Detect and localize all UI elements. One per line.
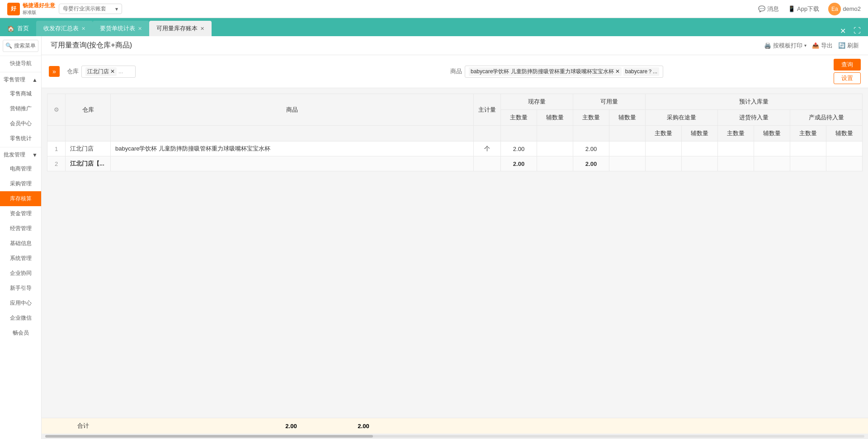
- th-purchase-in-transit: 采购在途量: [646, 110, 718, 126]
- message-icon: 💬: [758, 5, 765, 12]
- th-current-main-qty: 主数量: [501, 110, 537, 126]
- sidebar-item-retail-mgmt[interactable]: 零售管理 ▲: [0, 73, 41, 86]
- row-2-inb-aux: [754, 156, 790, 171]
- table-row: 2 江北门店【... 2.00 2.00: [47, 156, 863, 171]
- row-2-warehouse: 江北门店【...: [66, 156, 111, 171]
- product-tag-1: babycare学饮杯 儿童防摔防撞吸管杯重力球吸嘴杯宝宝水杯 ✕: [469, 67, 622, 76]
- product-tag-1-close[interactable]: ✕: [615, 68, 620, 75]
- tab-requisition[interactable]: 要货单统计表 ✕: [93, 21, 149, 36]
- refresh-icon: 🔄: [838, 42, 845, 49]
- export-button[interactable]: 📤 导出: [812, 42, 833, 50]
- settings-icon[interactable]: ⚙: [54, 106, 59, 113]
- row-2-prod-main: [790, 156, 826, 171]
- content-area: 可用量查询(按仓库+商品) 🖨️ 按模板打印 ▾ 📤 导出 🔄 刷新: [42, 36, 868, 439]
- tab-requisition-close[interactable]: ✕: [138, 26, 142, 32]
- page-header: 可用量查询(按仓库+商品) 🖨️ 按模板打印 ▾ 📤 导出 🔄 刷新: [42, 36, 868, 55]
- sidebar-item-marketing[interactable]: 营销推广: [0, 101, 41, 116]
- sidebar-item-retail-stats[interactable]: 零售统计: [0, 131, 41, 146]
- logo-icon: 好: [7, 3, 20, 15]
- tab-expand-button[interactable]: ⛶: [852, 25, 863, 36]
- message-button[interactable]: 💬 消息: [758, 5, 779, 13]
- th-settings[interactable]: ⚙: [47, 94, 66, 126]
- row-2-avail-aux: [609, 156, 646, 171]
- footer-inb-aux: [526, 423, 562, 430]
- th-main-unit: 主计量: [474, 94, 501, 126]
- footer-purch-main: [418, 423, 454, 430]
- tab-receivable-label: 收发存汇总表: [43, 24, 79, 33]
- template-print-label: 按模板打印: [773, 42, 802, 50]
- th-inbound-pending: 进货待入量: [718, 110, 790, 126]
- query-button[interactable]: 查询: [834, 59, 861, 71]
- sidebar-item-enterprise[interactable]: 企业协同: [0, 266, 41, 281]
- sidebar-item-newbie[interactable]: 新手引导: [0, 281, 41, 296]
- warehouse-tag-close[interactable]: ✕: [110, 68, 115, 75]
- warehouse-more[interactable]: ...: [118, 68, 123, 75]
- row-1-avail-main: 2.00: [573, 142, 609, 156]
- tab-collapse-button[interactable]: ✕: [837, 25, 848, 36]
- sidebar-item-member2[interactable]: 畅会员: [0, 326, 41, 340]
- sidebar-item-finance[interactable]: 资金管理: [0, 206, 41, 221]
- sidebar-item-quick-nav[interactable]: 快捷导航: [0, 56, 41, 71]
- horizontal-scrollbar[interactable]: [42, 434, 868, 439]
- chevron-down-icon: ▾: [115, 6, 118, 12]
- th-current-aux-qty: 辅数量: [537, 110, 573, 126]
- sidebar-item-ecommerce[interactable]: 电商管理: [0, 161, 41, 176]
- retail-mgmt-arrow: ▲: [32, 77, 38, 83]
- user-area[interactable]: Ea demo2: [828, 3, 861, 15]
- refresh-button[interactable]: 🔄 刷新: [838, 42, 859, 50]
- inventory-table: ⚙ 仓库 商品 主计量 现存量: [47, 94, 863, 171]
- warehouse-filter-label: 仓库: [67, 67, 79, 76]
- row-2-avail-main: 2.00: [573, 156, 609, 171]
- row-1-prod-main: [790, 142, 826, 156]
- top-bar-right: 💬 消息 📱 App下载 Ea demo2: [758, 3, 861, 15]
- user-avatar: Ea: [828, 3, 841, 15]
- tab-receivable-close[interactable]: ✕: [81, 26, 85, 32]
- th-inbound-aux: 辅数量: [754, 126, 790, 142]
- footer-prod-main: [562, 423, 599, 430]
- industry-selector[interactable]: 母婴行业演示账套 ▾: [59, 4, 122, 14]
- industry-selector-text: 母婴行业演示账套: [63, 5, 106, 13]
- product-input[interactable]: babycare学饮杯 儿童防摔防撞吸管杯重力球吸嘴杯宝宝水杯 ✕ babyca…: [465, 66, 663, 78]
- sidebar-item-purchase[interactable]: 采购管理: [0, 176, 41, 191]
- tab-bar-right: ✕ ⛶: [837, 25, 868, 36]
- sidebar-item-system[interactable]: 系统管理: [0, 251, 41, 266]
- search-menu-button[interactable]: 🔍 搜索菜单: [3, 40, 38, 52]
- retail-stats-label: 零售统计: [10, 135, 32, 142]
- sidebar-item-inventory-check[interactable]: 库存核算: [0, 191, 41, 206]
- warehouse-input[interactable]: 江北门店 ✕ ...: [81, 66, 136, 78]
- tab-receivable[interactable]: 收发存汇总表 ✕: [36, 21, 93, 36]
- scrollbar-thumb[interactable]: [45, 435, 373, 438]
- row-1-inb-main: [718, 142, 754, 156]
- sidebar-item-operations[interactable]: 经营管理: [0, 221, 41, 236]
- row-1-prod-aux: [826, 142, 863, 156]
- tab-inventory-close[interactable]: ✕: [200, 26, 204, 32]
- app-download-button[interactable]: 📱 App下载: [788, 5, 819, 13]
- template-print-button[interactable]: 🖨️ 按模板打印 ▾: [764, 42, 807, 50]
- row-1-curr-main: 2.00: [501, 142, 537, 156]
- sidebar-item-member[interactable]: 会员中心: [0, 116, 41, 131]
- user-name: demo2: [843, 5, 861, 12]
- th-sub-avail-aux: [609, 126, 646, 142]
- sidebar-item-app-center[interactable]: 应用中心: [0, 296, 41, 311]
- table-row: 1 江北门店 babycare学饮杯 儿童防摔防撞吸管杯重力球吸嘴杯宝宝水杯 个…: [47, 142, 863, 156]
- th-sub-curr-aux: [537, 126, 573, 142]
- top-bar: 好 畅捷通好生意 标准版 母婴行业演示账套 ▾ 💬 消息 📱 App下载 Ea …: [0, 0, 868, 18]
- sidebar-item-basic-info[interactable]: 基础信息: [0, 236, 41, 251]
- product-filter-label: 商品: [450, 67, 462, 76]
- setting-button[interactable]: 设置: [834, 72, 861, 84]
- sidebar-item-retail-mall[interactable]: 零售商城: [0, 86, 41, 101]
- tab-inventory[interactable]: 可用量库存账本 ✕: [149, 21, 212, 36]
- main-layout: 🔍 搜索菜单 快捷导航 零售管理 ▲ 零售商城 营销推广 会员中心 零售统计 批…: [0, 36, 868, 439]
- row-2-curr-main: 2.00: [501, 156, 537, 171]
- filter-expand-button[interactable]: »: [49, 66, 60, 77]
- footer-curr-aux: [309, 423, 345, 430]
- sidebar-item-enterprise-wechat[interactable]: 企业微信: [0, 311, 41, 326]
- th-purchase-aux: 辅数量: [682, 126, 718, 142]
- refresh-label: 刷新: [847, 42, 859, 50]
- sidebar-item-wholesale[interactable]: 批发管理 ▼: [0, 148, 41, 161]
- basic-info-label: 基础信息: [10, 240, 32, 247]
- tab-home[interactable]: 🏠 首页: [0, 21, 36, 36]
- expand-icon: »: [52, 68, 56, 75]
- footer-inb-main: [490, 423, 526, 430]
- th-avail-main-qty: 主数量: [573, 110, 609, 126]
